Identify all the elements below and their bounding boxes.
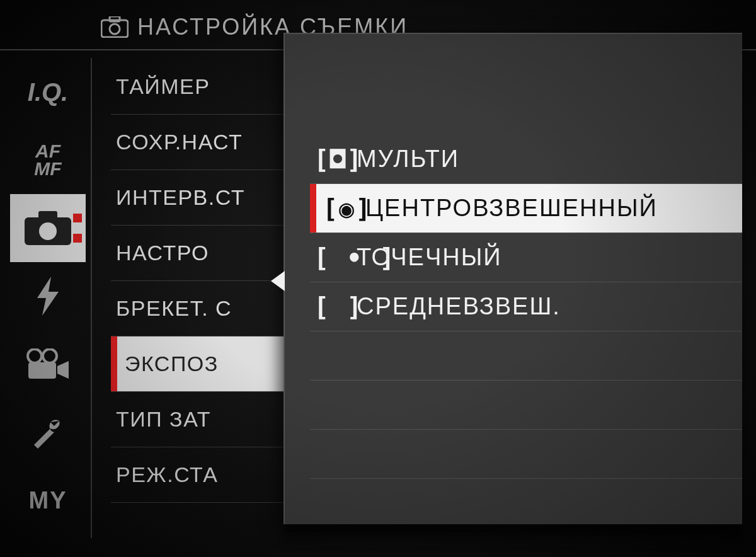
back-arrow-icon[interactable] <box>271 271 285 291</box>
menu-item-interval[interactable]: ИНТЕРВ.СТ <box>111 170 300 226</box>
afmf-label: AFMF <box>34 142 61 178</box>
menu-item-shutter[interactable]: ТИП ЗАТ <box>111 392 300 447</box>
empty-row <box>310 381 742 430</box>
svg-point-7 <box>28 349 42 363</box>
sidebar-item-shooting[interactable] <box>10 194 86 262</box>
camera-icon <box>23 210 72 246</box>
sidebar-divider <box>91 58 92 538</box>
option-label: МУЛЬТИ <box>357 146 742 173</box>
category-sidebar: I.Q. AFMF <box>10 58 86 538</box>
flash-icon <box>33 275 62 317</box>
metering-spot-icon: [ • ] <box>314 243 352 272</box>
menu-item-label: ТАЙМЕР <box>116 74 210 99</box>
empty-row <box>310 479 742 528</box>
movie-camera-icon <box>26 348 70 380</box>
svg-point-5 <box>39 222 57 240</box>
option-spot[interactable]: [ • ] ТОЧЕЧНЫЙ <box>310 233 742 282</box>
sidebar-item-setup[interactable] <box>10 398 86 466</box>
iq-label: I.Q. <box>28 78 68 106</box>
menu-item-stabilization[interactable]: РЕЖ.СТА <box>111 447 300 503</box>
option-center-weighted[interactable]: [◉] ЦЕНТРОВЗВЕШЕННЫЙ <box>310 184 742 233</box>
menu-item-label: ИНТЕРВ.СТ <box>116 185 245 210</box>
option-multi[interactable]: [◘] МУЛЬТИ <box>310 135 742 184</box>
metering-submenu-popup: [◘] МУЛЬТИ [◉] ЦЕНТРОВЗВЕШЕННЫЙ [ • ] ТО… <box>284 33 742 524</box>
menu-item-label: РЕЖ.СТА <box>116 462 218 487</box>
empty-row <box>310 331 742 381</box>
menu-item-timer[interactable]: ТАЙМЕР <box>111 59 300 115</box>
camera-icon <box>101 16 129 38</box>
metering-multi-icon: [◘] <box>314 145 352 174</box>
option-average[interactable]: [ ] СРЕДНЕВЗВЕШ. <box>310 282 742 331</box>
menu-item-label: НАСТРО <box>116 241 209 265</box>
sidebar-item-my[interactable]: MY <box>10 466 86 534</box>
sidebar-item-iq[interactable]: I.Q. <box>10 58 86 126</box>
svg-rect-1 <box>110 16 120 21</box>
sidebar-item-afmf[interactable]: AFMF <box>10 126 86 194</box>
menu-item-label: БРЕКЕТ. С <box>116 296 232 321</box>
menu-item-label: ЭКСПОЗ <box>125 352 219 376</box>
svg-point-2 <box>110 24 120 34</box>
option-label: СРЕДНЕВЗВЕШ. <box>357 293 742 320</box>
menu-item-metering[interactable]: ЭКСПОЗ <box>111 336 300 392</box>
sidebar-item-flash[interactable] <box>10 262 86 330</box>
option-label: ТОЧЕЧНЫЙ <box>357 244 742 271</box>
svg-marker-6 <box>37 277 59 316</box>
empty-row <box>310 430 742 479</box>
menu-item-save[interactable]: СОХР.НАСТ <box>111 115 300 170</box>
my-label: MY <box>29 487 67 514</box>
sidebar-item-movie[interactable] <box>10 330 86 398</box>
menu-item-label: ТИП ЗАТ <box>116 407 211 432</box>
svg-point-8 <box>43 349 57 363</box>
metering-center-icon: [◉] <box>323 194 360 223</box>
selection-indicator-icon <box>73 214 82 243</box>
svg-marker-10 <box>57 361 69 379</box>
camera-menu-screen: НАСТРОЙКА СЪЕМКИ I.Q. AFMF <box>0 0 756 557</box>
metering-average-icon: [ ] <box>314 292 352 321</box>
svg-rect-4 <box>38 211 57 220</box>
menu-item-label: СОХР.НАСТ <box>116 130 243 154</box>
option-label: ЦЕНТРОВЗВЕШЕННЫЙ <box>365 195 742 222</box>
svg-rect-9 <box>28 362 56 379</box>
wrench-icon <box>29 413 67 451</box>
